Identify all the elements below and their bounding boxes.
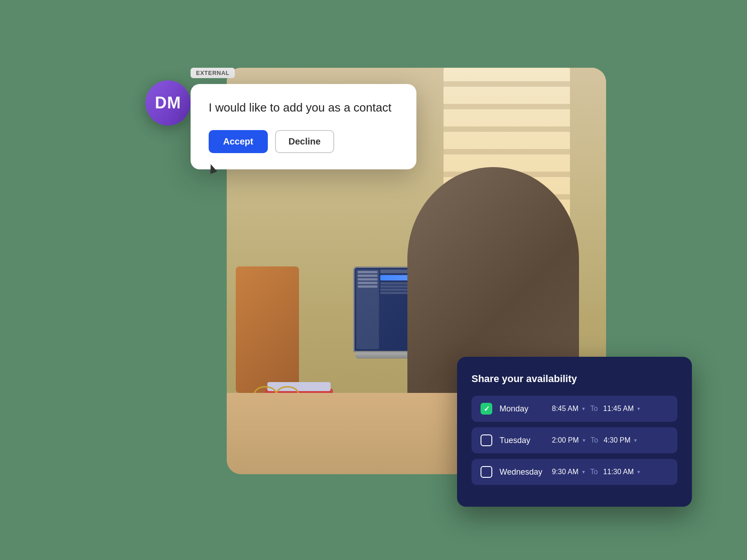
external-badge: EXTERNAL <box>191 68 235 78</box>
from-chevron-icon: ▾ <box>583 437 585 443</box>
scene: DM EXTERNAL I would like to add you as a… <box>136 32 611 528</box>
wednesday-from-time[interactable]: 9:30 AM ▾ To 11:30 AM ▾ <box>552 468 668 476</box>
check-icon: ✓ <box>484 405 490 413</box>
wednesday-checkbox[interactable] <box>481 466 492 478</box>
monday-checkbox[interactable]: ✓ <box>481 403 492 415</box>
to-chevron-icon: ▾ <box>637 406 640 412</box>
monday-label: Monday <box>500 404 545 414</box>
decline-button[interactable]: Decline <box>275 130 334 153</box>
availability-row-wednesday: Wednesday 9:30 AM ▾ To 11:30 AM ▾ <box>472 459 677 485</box>
wednesday-label: Wednesday <box>500 467 545 477</box>
accept-button[interactable]: Accept <box>209 130 268 153</box>
cabinet <box>236 266 299 393</box>
tuesday-from-time[interactable]: 2:00 PM ▾ To 4:30 PM ▾ <box>552 436 668 444</box>
to-chevron-icon: ▾ <box>637 469 640 475</box>
mouse-cursor <box>207 163 217 174</box>
tuesday-checkbox[interactable] <box>481 434 492 446</box>
from-chevron-icon: ▾ <box>582 469 585 475</box>
to-chevron-icon: ▾ <box>634 437 637 443</box>
tuesday-label: Tuesday <box>500 436 545 445</box>
avatar-initials: DM <box>155 93 181 112</box>
contact-request-card: I would like to add you as a contact Acc… <box>191 84 416 169</box>
availability-row-tuesday: Tuesday 2:00 PM ▾ To 4:30 PM ▾ <box>472 427 677 453</box>
availability-title: Share your availability <box>472 373 677 385</box>
contact-actions: Accept Decline <box>209 130 398 153</box>
avatar: DM <box>145 80 191 126</box>
availability-panel: Share your availability ✓ Monday 8:45 AM… <box>457 357 692 507</box>
from-chevron-icon: ▾ <box>582 406 585 412</box>
monday-from-time[interactable]: 8:45 AM ▾ To 11:45 AM ▾ <box>552 405 668 413</box>
availability-row-monday: ✓ Monday 8:45 AM ▾ To 11:45 AM ▾ <box>472 396 677 422</box>
contact-message: I would like to add you as a contact <box>209 100 398 116</box>
